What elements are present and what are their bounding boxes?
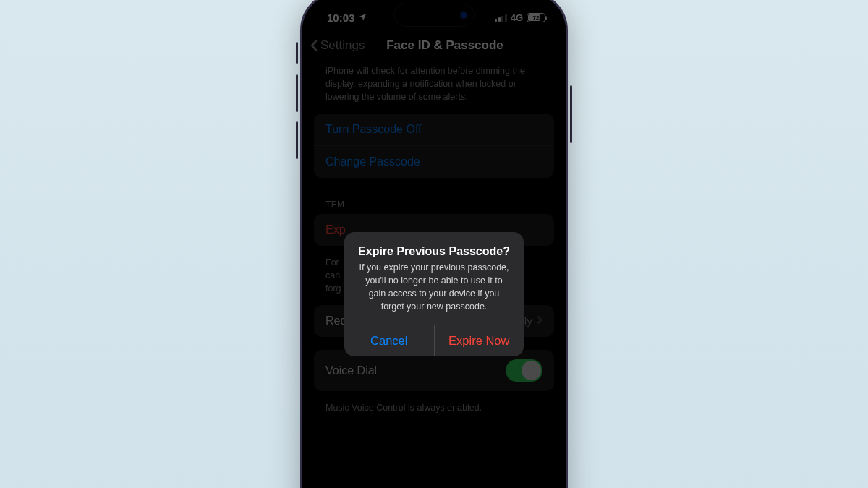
expire-now-button[interactable]: Expire Now <box>434 325 524 356</box>
alert-message: If you expire your previous passcode, yo… <box>356 261 512 314</box>
alert-title: Expire Previous Passcode? <box>356 245 512 258</box>
alert-actions: Cancel Expire Now <box>344 325 524 356</box>
iphone-frame: 10:03 4G 72 <box>300 0 568 488</box>
expire-passcode-alert: Expire Previous Passcode? If you expire … <box>344 232 524 357</box>
cancel-button[interactable]: Cancel <box>344 325 434 356</box>
